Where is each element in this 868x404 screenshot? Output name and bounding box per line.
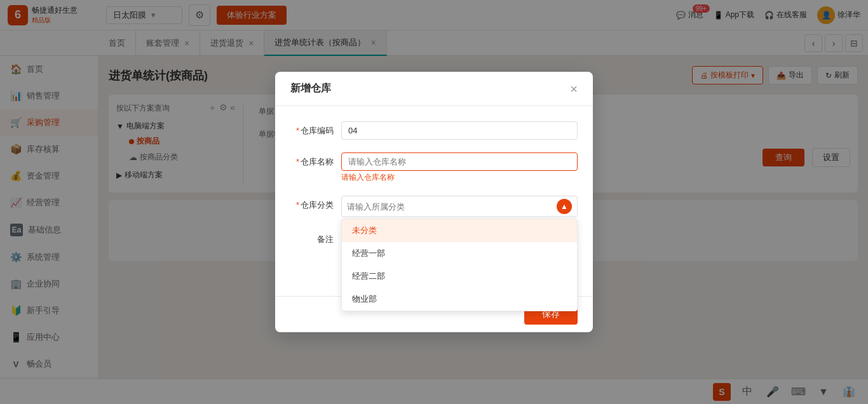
modal-title: 新增仓库 <box>290 82 331 95</box>
warehouse-code-input[interactable] <box>341 121 578 140</box>
category-dropdown: 未分类 经营一部 经营二部 物业部 <box>341 219 578 311</box>
modal-body: 仓库编码 仓库名称 请输入仓库名称 仓库分类 ▲ <box>275 106 593 296</box>
modal-add-warehouse: 新增仓库 × 仓库编码 仓库名称 请输入仓库名称 仓库分类 <box>275 72 593 332</box>
warehouse-code-field <box>341 121 578 140</box>
dropdown-item-ops1[interactable]: 经营一部 <box>342 242 577 265</box>
category-select-wrap: ▲ 未分类 经营一部 经营二部 物业部 <box>341 196 578 217</box>
modal-close-button[interactable]: × <box>570 83 578 95</box>
category-arrow-button[interactable]: ▲ <box>557 199 572 214</box>
warehouse-name-field: 请输入仓库名称 <box>341 152 578 183</box>
form-row-name: 仓库名称 请输入仓库名称 <box>290 152 578 183</box>
form-row-category: 仓库分类 ▲ 未分类 经营一部 经营二部 物业部 <box>290 196 578 217</box>
dropdown-item-uncategorized[interactable]: 未分类 <box>342 219 577 242</box>
modal-overlay[interactable]: 新增仓库 × 仓库编码 仓库名称 请输入仓库名称 仓库分类 <box>0 0 868 404</box>
warehouse-name-input[interactable] <box>341 152 578 171</box>
modal-header: 新增仓库 × <box>275 72 593 106</box>
warehouse-category-label: 仓库分类 <box>290 196 341 211</box>
form-row-code: 仓库编码 <box>290 121 578 140</box>
dropdown-item-property[interactable]: 物业部 <box>342 288 577 311</box>
warehouse-name-error: 请输入仓库名称 <box>341 172 578 183</box>
warehouse-name-label: 仓库名称 <box>290 152 341 168</box>
remark-label: 备注 <box>290 230 341 245</box>
category-input[interactable] <box>347 202 557 212</box>
category-input-row[interactable]: ▲ <box>341 196 578 217</box>
dropdown-item-ops2[interactable]: 经营二部 <box>342 265 577 288</box>
warehouse-code-label: 仓库编码 <box>290 121 341 137</box>
